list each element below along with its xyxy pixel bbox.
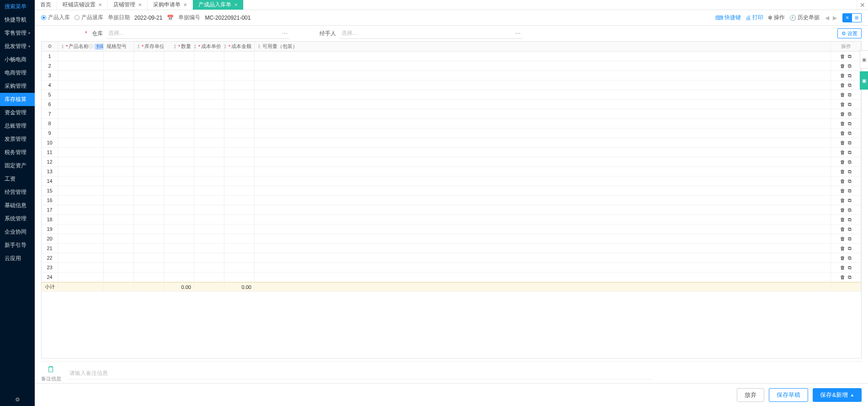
- history-next-icon[interactable]: ▶: [832, 15, 838, 21]
- tab-4[interactable]: 产成品入库单✕: [193, 0, 244, 10]
- col-spec[interactable]: 规格型号: [104, 42, 134, 51]
- settings-button[interactable]: ⚙ 设置: [837, 28, 862, 38]
- table-row[interactable]: 2🗑⧉: [42, 61, 861, 71]
- table-row[interactable]: 21🗑⧉: [42, 244, 861, 253]
- row-delete-icon[interactable]: 🗑: [840, 121, 845, 126]
- row-copy-icon[interactable]: ⧉: [848, 217, 852, 223]
- table-row[interactable]: 22🗑⧉: [42, 253, 861, 263]
- row-delete-icon[interactable]: 🗑: [840, 111, 845, 117]
- sidebar-item-2[interactable]: 批发管理: [0, 40, 35, 53]
- row-delete-icon[interactable]: 🗑: [840, 198, 845, 203]
- row-copy-icon[interactable]: ⧉: [848, 226, 852, 232]
- col-product-name[interactable]: ▲▼*产品名称 ⓘ扫码录入: [58, 42, 104, 51]
- save-new-button[interactable]: 保存&新增▲: [813, 388, 862, 402]
- row-delete-icon[interactable]: 🗑: [840, 188, 845, 193]
- row-copy-icon[interactable]: ⧉: [848, 169, 852, 175]
- tab-close-icon[interactable]: ✕: [183, 2, 187, 7]
- tab-2[interactable]: 店铺管理✕: [108, 0, 148, 10]
- row-delete-icon[interactable]: 🗑: [840, 255, 845, 261]
- table-row[interactable]: 18🗑⧉: [42, 215, 861, 224]
- table-row[interactable]: 16🗑⧉: [42, 196, 861, 205]
- sidebar-item-6[interactable]: 库存核算: [0, 93, 35, 106]
- row-delete-icon[interactable]: 🗑: [840, 236, 845, 241]
- table-row[interactable]: 20🗑⧉: [42, 234, 861, 244]
- row-delete-icon[interactable]: 🗑: [840, 130, 845, 136]
- table-row[interactable]: 17🗑⧉: [42, 205, 861, 215]
- row-copy-icon[interactable]: ⧉: [848, 236, 852, 242]
- table-row[interactable]: 12🗑⧉: [42, 157, 861, 167]
- table-row[interactable]: 4🗑⧉: [42, 80, 861, 90]
- scan-badge[interactable]: 扫码录入: [95, 43, 104, 50]
- row-delete-icon[interactable]: 🗑: [840, 73, 845, 78]
- sidebar-item-14[interactable]: 基础信息: [0, 199, 35, 212]
- sidebar-search[interactable]: 搜索菜单: [0, 0, 35, 13]
- row-copy-icon[interactable]: ⧉: [848, 188, 852, 194]
- remark-input[interactable]: 请输入备注信息: [68, 368, 653, 379]
- discard-button[interactable]: 放弃: [737, 388, 764, 402]
- history-link[interactable]: 🕘 历史单据: [789, 14, 820, 21]
- row-copy-icon[interactable]: ⧉: [848, 63, 852, 69]
- table-row[interactable]: 14🗑⧉: [42, 176, 861, 186]
- table-row[interactable]: 10🗑⧉: [42, 138, 861, 148]
- row-copy-icon[interactable]: ⧉: [848, 111, 852, 117]
- table-row[interactable]: 6🗑⧉: [42, 100, 861, 109]
- row-copy-icon[interactable]: ⧉: [848, 150, 852, 155]
- sidebar-item-1[interactable]: 零售管理: [0, 27, 35, 40]
- row-delete-icon[interactable]: 🗑: [840, 274, 845, 280]
- table-row[interactable]: 23🗑⧉: [42, 263, 861, 272]
- sidebar-item-18[interactable]: 云应用: [0, 252, 35, 265]
- float-tab-1[interactable]: ▣: [860, 50, 868, 69]
- col-qty[interactable]: ▲▼*数量: [164, 42, 194, 51]
- action-link[interactable]: ✻ 操作: [768, 14, 785, 21]
- table-row[interactable]: 5🗑⧉: [42, 90, 861, 100]
- shortcut-link[interactable]: ⌨ 快捷键: [715, 14, 741, 21]
- row-delete-icon[interactable]: 🗑: [840, 246, 845, 251]
- radio-product-out[interactable]: 产品退库: [75, 14, 103, 21]
- row-delete-icon[interactable]: 🗑: [840, 178, 845, 184]
- row-delete-icon[interactable]: 🗑: [840, 217, 845, 222]
- row-copy-icon[interactable]: ⧉: [848, 265, 852, 271]
- row-delete-icon[interactable]: 🗑: [840, 102, 845, 107]
- row-delete-icon[interactable]: 🗑: [840, 169, 845, 174]
- row-copy-icon[interactable]: ⧉: [848, 255, 852, 261]
- table-row[interactable]: 3🗑⧉: [42, 71, 861, 80]
- print-link[interactable]: 🖨 打印: [746, 14, 763, 21]
- tab-0[interactable]: 首页: [35, 0, 57, 10]
- view-grid-icon[interactable]: ⊞: [852, 14, 861, 22]
- tab-3[interactable]: 采购申请单✕: [148, 0, 193, 10]
- row-copy-icon[interactable]: ⧉: [848, 53, 852, 59]
- row-copy-icon[interactable]: ⧉: [848, 121, 852, 127]
- table-row[interactable]: 8🗑⧉: [42, 119, 861, 128]
- float-tab-2[interactable]: ▣: [860, 71, 868, 90]
- table-row[interactable]: 19🗑⧉: [42, 224, 861, 234]
- row-delete-icon[interactable]: 🗑: [840, 226, 845, 232]
- row-copy-icon[interactable]: ⧉: [848, 92, 852, 98]
- handler-select[interactable]: 选择...⋯: [340, 28, 522, 39]
- sidebar-item-12[interactable]: 工资: [0, 172, 35, 186]
- row-delete-icon[interactable]: 🗑: [840, 207, 845, 213]
- tab-close-icon[interactable]: ✕: [98, 2, 102, 7]
- col-price[interactable]: ▲▼*成本单价: [194, 42, 224, 51]
- tab-1[interactable]: 旺铺店铺设置✕: [57, 0, 108, 10]
- col-available[interactable]: ▲▼可用量（包装）: [255, 42, 831, 51]
- row-delete-icon[interactable]: 🗑: [840, 63, 845, 69]
- tabs-close-all[interactable]: ✕: [856, 0, 868, 10]
- table-row[interactable]: 1🗑⧉: [42, 52, 861, 61]
- sidebar-item-10[interactable]: 税务管理: [0, 146, 35, 159]
- row-delete-icon[interactable]: 🗑: [840, 150, 845, 155]
- row-copy-icon[interactable]: ⧉: [848, 102, 852, 107]
- table-row[interactable]: 13🗑⧉: [42, 167, 861, 176]
- row-copy-icon[interactable]: ⧉: [848, 198, 852, 203]
- col-settings-icon[interactable]: ⚙: [42, 42, 58, 51]
- radio-product-in[interactable]: 产品入库: [41, 14, 70, 21]
- view-list-icon[interactable]: ≡: [843, 14, 852, 22]
- sidebar-settings-icon[interactable]: ⚙: [0, 393, 35, 406]
- table-row[interactable]: 15🗑⧉: [42, 186, 861, 196]
- sidebar-item-11[interactable]: 固定资产: [0, 159, 35, 172]
- table-row[interactable]: 24🗑⧉: [42, 272, 861, 282]
- row-delete-icon[interactable]: 🗑: [840, 140, 845, 145]
- date-value[interactable]: 2022-09-21: [134, 15, 162, 21]
- row-copy-icon[interactable]: ⧉: [848, 130, 852, 136]
- row-copy-icon[interactable]: ⧉: [848, 73, 852, 79]
- tab-close-icon[interactable]: ✕: [138, 2, 142, 7]
